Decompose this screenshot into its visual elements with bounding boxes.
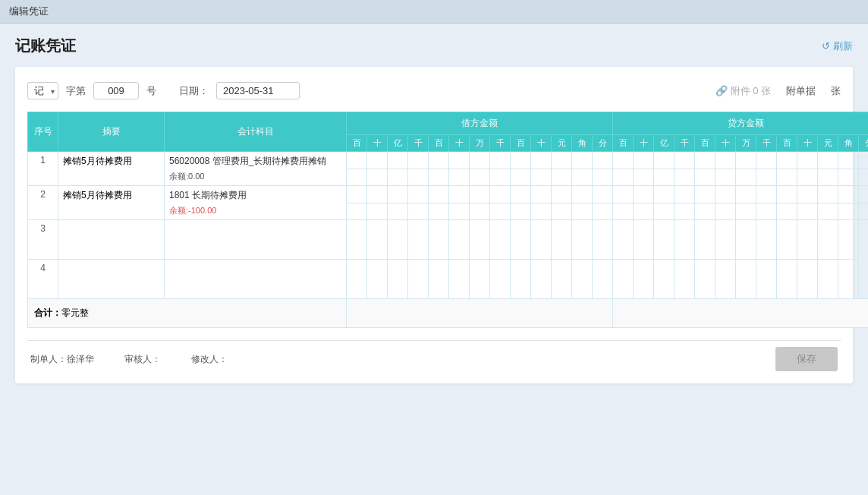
r1b-d2[interactable] [367,169,388,186]
r1b-d10[interactable] [531,169,552,186]
r1d1[interactable] [347,152,367,169]
th-d-fen: 分 [593,135,613,152]
r1b-c10[interactable] [797,169,818,186]
voucher-number-input[interactable] [93,82,139,99]
r1b-d13[interactable] [593,169,613,186]
type-select[interactable]: 记 [27,82,58,99]
r1c7[interactable] [736,152,756,169]
th-c-wan: 万 [736,135,756,152]
r1d13[interactable] [593,152,613,169]
row1-summary[interactable]: 摊销5月待摊费用 [58,152,165,186]
r1b-c7[interactable] [736,169,756,186]
r1b-d1[interactable] [347,169,367,186]
r1c9[interactable] [777,152,797,169]
r1c10[interactable] [797,152,818,169]
row2-balance: 余额:-100.00 [169,205,341,216]
r1d11[interactable] [552,152,572,169]
th-c-shi1: 十 [715,135,736,152]
r1d10[interactable] [531,152,552,169]
total-cell: 合计：零元整 [28,299,347,328]
header-right: 🔗 附件 0 张 附单据 张 [715,84,841,98]
r1c12[interactable] [838,152,859,169]
th-c-shi2: 十 [634,135,654,152]
r1d8[interactable] [490,152,511,169]
r1d9[interactable] [511,152,531,169]
r1b-d3[interactable] [388,169,408,186]
save-button[interactable]: 保存 [775,347,838,371]
row4-seq: 4 [28,260,58,299]
th-summary: 摘要 [58,112,165,152]
total-value: 零元整 [61,307,89,318]
row3-subject[interactable] [165,220,347,260]
page-header: 记账凭证 ↺ 刷新 [15,36,853,56]
type-item: 记 [27,82,58,99]
r1d3[interactable] [388,152,408,169]
r1b-d7[interactable] [470,169,490,186]
row2-subject[interactable]: 1801 长期待摊费用 余额:-100.00 [165,186,347,220]
r1b-c4[interactable] [675,169,695,186]
r1d5[interactable] [429,152,449,169]
r1d12[interactable] [572,152,593,169]
r1d7[interactable] [470,152,490,169]
r1d2[interactable] [367,152,388,169]
r1b-d8[interactable] [490,169,511,186]
r1b-d5[interactable] [429,169,449,186]
attachment-link[interactable]: 🔗 附件 0 张 [715,84,771,98]
th-debit: 借方金额 [347,112,613,135]
r1c1[interactable] [613,152,634,169]
r1c6[interactable] [715,152,736,169]
th-c-shi: 十 [797,135,818,152]
r1b-d4[interactable] [408,169,429,186]
table-row: 2 摊销5月待摊费用 1801 长期待摊费用 余额:-100.00 [28,186,869,203]
row3-summary[interactable] [58,220,165,260]
r1c11[interactable] [818,152,838,169]
r1b-c3[interactable] [654,169,675,186]
r1c13[interactable] [859,152,868,169]
th-d-yuan: 元 [552,135,572,152]
th-c-jiao: 角 [838,135,859,152]
total-debit [347,299,613,328]
row4-summary[interactable] [58,260,165,299]
date-input[interactable] [216,82,300,99]
r1b-c6[interactable] [715,169,736,186]
r1b-c11[interactable] [818,169,838,186]
th-d-bai1: 百 [429,135,449,152]
r1b-d12[interactable] [572,169,593,186]
th-d-shi: 十 [531,135,552,152]
r1b-c5[interactable] [695,169,715,186]
r1b-c8[interactable] [756,169,777,186]
type-select-wrapper[interactable]: 记 [27,82,58,99]
row4-subject[interactable] [165,260,347,299]
r1c8[interactable] [756,152,777,169]
refresh-icon: ↺ [822,40,830,52]
r1c4[interactable] [675,152,695,169]
r1d4[interactable] [408,152,429,169]
creator-item: 制单人：徐泽华 [30,353,94,366]
row1-subject[interactable]: 56020008 管理费用_长期待摊费用摊销 余额:0.00 [165,152,347,186]
auditor-label: 审核人： [124,354,161,364]
th-credit: 贷方金额 [613,112,868,135]
refresh-button[interactable]: ↺ 刷新 [822,39,853,53]
r1b-d6[interactable] [449,169,470,186]
r1b-c2[interactable] [634,169,654,186]
th-seq: 序号 [28,112,58,152]
r1b-d11[interactable] [552,169,572,186]
th-subject: 会计科目 [165,112,347,152]
r1b-c1[interactable] [613,169,634,186]
r1b-c13[interactable] [859,169,868,186]
row2-summary[interactable]: 摊销5月待摊费用 [58,186,165,220]
title-bar: 编辑凭证 [0,0,868,24]
single-doc-button[interactable]: 附单据 [786,84,816,98]
r1d6[interactable] [449,152,470,169]
r1b-d9[interactable] [511,169,531,186]
r1b-c9[interactable] [777,169,797,186]
th-c-qian: 千 [756,135,777,152]
r1c2[interactable] [634,152,654,169]
r1c3[interactable] [654,152,675,169]
hao-label: 号 [146,84,156,98]
r1b-c12[interactable] [838,169,859,186]
page-title: 记账凭证 [15,36,76,56]
r1c5[interactable] [695,152,715,169]
attachment-label: 附件 0 张 [731,84,771,98]
refresh-label: 刷新 [833,39,853,53]
